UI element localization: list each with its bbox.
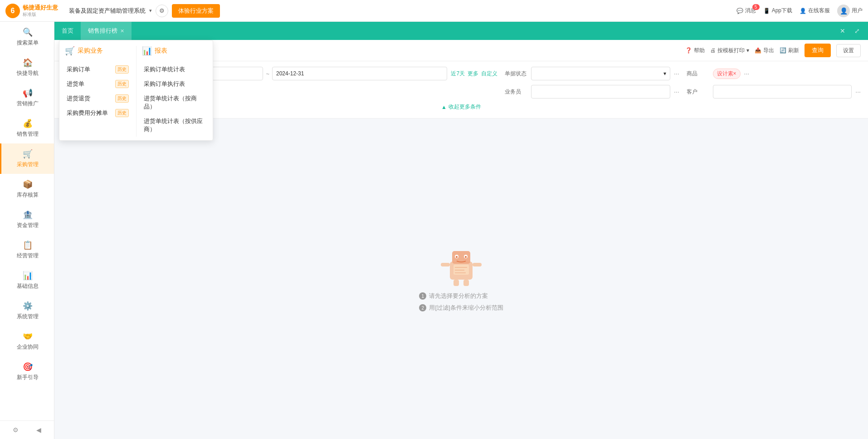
query-btn[interactable]: 查询 — [805, 44, 831, 57]
refresh-icon: 🔄 — [780, 47, 786, 54]
report-col-header: 📊 报表 — [142, 46, 208, 58]
settings-btn[interactable]: 设置 — [836, 44, 861, 57]
sidebar-item-search[interactable]: 🔍 搜索菜单 — [0, 22, 54, 52]
goods-label: 商品 — [687, 70, 709, 78]
help-label: 帮助 — [694, 47, 705, 54]
quick-date-custom[interactable]: 自定义 — [481, 70, 497, 78]
quick-date-more[interactable]: 更多 — [468, 70, 478, 78]
svg-rect-6 — [441, 263, 450, 266]
tab-sales-rank[interactable]: 销售排行榜 ✕ — [81, 22, 132, 40]
tab-close-btn[interactable]: ✕ — [837, 25, 848, 36]
purchase-dropdown-menu: 🛒 采购业务 采购订单 历史 进货单 历史 进货退货 历史 — [59, 40, 213, 141]
purchase-col-icon: 🛒 — [65, 46, 75, 56]
sidebar-item-label: 新手引导 — [17, 374, 39, 381]
select-arrow: ▾ — [663, 70, 666, 77]
report-col: 📊 报表 采购订单统计表 采购订单执行表 进货单统计表（按商品） 进货单统计表（… — [136, 46, 213, 137]
sidebar-item-label: 经营管理 — [17, 252, 39, 260]
header-middle: 装备及固定资产辅助管理系统 ▾ ⚙ 体验行业方案 — [60, 4, 736, 18]
salesperson-select[interactable] — [531, 85, 670, 99]
doc-status-dots[interactable]: ··· — [674, 70, 679, 77]
customer-select[interactable] — [713, 85, 852, 99]
history-badge: 历史 — [115, 109, 129, 117]
sidebar-item-inventory[interactable]: 📦 库存核算 — [0, 174, 54, 204]
salesperson-dots[interactable]: ··· — [674, 88, 679, 95]
user-btn[interactable]: 👤 用户 — [837, 5, 863, 17]
tab-sales-rank-label: 销售排行榜 — [88, 27, 117, 35]
dropdown-item-purchase-order[interactable]: 采购订单 历史 — [65, 62, 131, 77]
svg-point-5 — [465, 256, 467, 258]
dropdown-item-purchase-order-exec[interactable]: 采购订单执行表 — [142, 77, 208, 91]
sidebar-item-system[interactable]: ⚙️ 系统管理 — [0, 296, 54, 326]
user-label: 用户 — [852, 7, 863, 15]
svg-rect-8 — [454, 280, 459, 286]
sidebar-item-quick-nav[interactable]: 🏠 快捷导航 — [0, 52, 54, 83]
goods-tag[interactable]: 设计素× — [713, 69, 741, 79]
header-right: 💬 消息 5 📱 App下载 👤 在线客服 👤 用户 — [736, 5, 863, 17]
newbie-icon: 🎯 — [23, 362, 33, 372]
marketing-icon: 📢 — [23, 88, 33, 98]
logo-main: 畅捷通好生意 — [23, 4, 58, 12]
history-badge: 历史 — [115, 94, 129, 103]
collapse-label: 收起更多条件 — [449, 103, 481, 111]
app-download-btn[interactable]: 📱 App下载 — [763, 7, 792, 15]
system-dropdown-arrow[interactable]: ▾ — [149, 8, 152, 14]
system-settings-btn[interactable]: ⚙ — [156, 5, 168, 17]
history-badge: 历史 — [115, 65, 129, 74]
sidebar-collapse-btn[interactable]: ◀ — [36, 426, 41, 434]
tab-maximize-btn[interactable]: ⤢ — [852, 25, 863, 36]
sidebar-item-sales[interactable]: 💰 销售管理 — [0, 113, 54, 143]
dropdown-item-incoming[interactable]: 进货单 历史 — [65, 77, 131, 91]
svg-point-4 — [456, 256, 458, 258]
system-title: 装备及固定资产辅助管理系统 — [69, 7, 146, 15]
message-icon: 💬 — [736, 8, 743, 14]
dropdown-item-purchase-expense[interactable]: 采购费用分摊单 历史 — [65, 106, 131, 120]
sidebar-settings-btn[interactable]: ⚙ — [13, 426, 19, 434]
sidebar-item-newbie[interactable]: 🎯 新手引导 — [0, 356, 54, 387]
logo-area: 6 畅捷通好生意 标准版 — [5, 4, 60, 18]
sidebar-item-operations[interactable]: 📋 经营管理 — [0, 235, 54, 265]
sidebar-item-finance[interactable]: 🏦 资金管理 — [0, 204, 54, 235]
date-end-input[interactable]: 2024-12-31 — [272, 67, 447, 80]
customer-label: 客户 — [687, 88, 709, 96]
refresh-label: 刷新 — [788, 47, 799, 54]
sidebar-bottom: ⚙ ◀ — [0, 420, 54, 439]
empty-tip-1: 1 请先选择要分析的方案 — [419, 292, 503, 300]
message-btn[interactable]: 💬 消息 5 — [736, 7, 756, 15]
refresh-btn[interactable]: 🔄 刷新 — [780, 47, 799, 54]
empty-illustration — [436, 246, 486, 286]
goods-dots[interactable]: ··· — [744, 70, 750, 77]
service-icon: 👤 — [800, 8, 806, 14]
dropdown-item-incoming-stats-supplier[interactable]: 进货单统计表（按供应商） — [142, 114, 208, 137]
sidebar-item-label: 库存核算 — [17, 191, 39, 199]
quick-date-7days[interactable]: 近7天 — [451, 70, 465, 78]
dropdown-item-return[interactable]: 进货退货 历史 — [65, 91, 131, 106]
dropdown-item-purchase-order-stats[interactable]: 采购订单统计表 — [142, 62, 208, 77]
industry-btn[interactable]: 体验行业方案 — [172, 4, 220, 18]
cooperation-icon: 🤝 — [23, 331, 33, 341]
online-service-btn[interactable]: 👤 在线客服 — [800, 7, 830, 15]
customer-dots[interactable]: ··· — [855, 88, 861, 95]
purchase-col-header: 🛒 采购业务 — [65, 46, 131, 58]
sidebar-item-purchase[interactable]: 🛒 采购管理 — [0, 143, 54, 174]
dropdown-item-incoming-stats-goods[interactable]: 进货单统计表（按商品） — [142, 91, 208, 114]
sidebar-item-cooperation[interactable]: 🤝 企业协同 — [0, 326, 54, 356]
export-btn[interactable]: 📤 导出 — [755, 47, 774, 54]
sidebar-item-marketing[interactable]: 📢 营销推广 — [0, 83, 54, 113]
svg-rect-9 — [463, 280, 469, 286]
date-separator: ~ — [266, 70, 269, 77]
print-btn[interactable]: 🖨 按模板打印 ▾ — [710, 47, 749, 54]
tab-home[interactable]: 首页 — [54, 22, 81, 40]
sales-icon: 💰 — [23, 118, 33, 128]
doc-status-select[interactable]: ▾ — [531, 67, 670, 80]
finance-icon: 🏦 — [23, 210, 33, 220]
tab-sales-rank-close[interactable]: ✕ — [120, 28, 124, 34]
logo-text: 畅捷通好生意 标准版 — [23, 4, 58, 18]
history-badge: 历史 — [115, 80, 129, 88]
svg-rect-10 — [454, 265, 469, 275]
sidebar-item-base[interactable]: 📊 基础信息 — [0, 265, 54, 296]
collapse-btn[interactable]: ▲ 收起更多条件 — [441, 103, 481, 111]
help-icon: ❓ — [685, 47, 692, 54]
goods-filter: 商品 设计素× ··· — [687, 69, 861, 79]
sidebar-item-label: 基础信息 — [17, 282, 39, 290]
help-btn[interactable]: ❓ 帮助 — [685, 47, 705, 54]
